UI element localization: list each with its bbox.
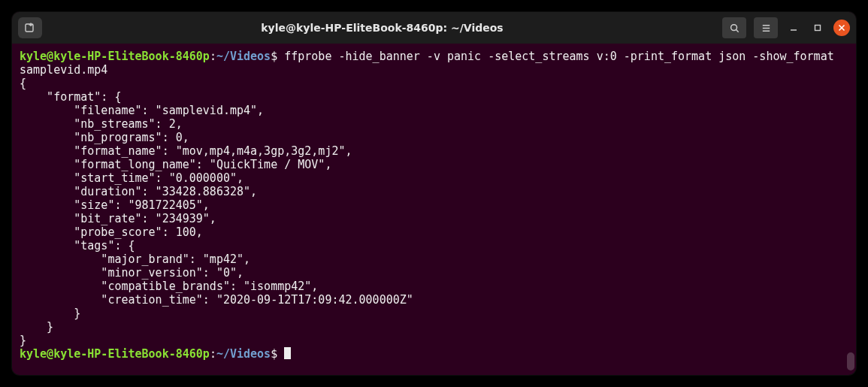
terminal-window: kyle@kyle-HP-EliteBook-8460p: ~/Videos k… xyxy=(12,12,856,375)
svg-rect-9 xyxy=(815,26,821,31)
new-tab-button[interactable] xyxy=(18,17,42,38)
close-button[interactable] xyxy=(833,20,850,36)
prompt2-path: ~/Videos xyxy=(216,347,271,361)
minimize-button[interactable] xyxy=(785,20,802,36)
prompt2-dollar: $ xyxy=(271,347,277,361)
titlebar: kyle@kyle-HP-EliteBook-8460p: ~/Videos xyxy=(12,12,856,44)
prompt-colon: : xyxy=(210,50,216,63)
svg-point-3 xyxy=(730,24,736,30)
prompt-dollar: $ xyxy=(271,50,277,63)
menu-button[interactable] xyxy=(754,17,778,38)
svg-line-4 xyxy=(736,29,738,32)
prompt2-user-host: kyle@kyle-HP-EliteBook-8460p xyxy=(20,347,210,361)
prompt2-colon: : xyxy=(210,347,216,361)
output-text: { "format": { "filename": "samplevid.mp4… xyxy=(20,77,413,347)
window-title: kyle@kyle-HP-EliteBook-8460p: ~/Videos xyxy=(48,22,716,34)
maximize-button[interactable] xyxy=(809,20,826,36)
scrollbar-thumb[interactable] xyxy=(847,352,854,370)
cursor xyxy=(284,347,291,359)
search-button[interactable] xyxy=(722,17,746,38)
prompt-path: ~/Videos xyxy=(216,50,271,63)
prompt-user-host: kyle@kyle-HP-EliteBook-8460p xyxy=(20,50,210,63)
terminal-body[interactable]: kyle@kyle-HP-EliteBook-8460p:~/Videos$ f… xyxy=(12,44,856,368)
